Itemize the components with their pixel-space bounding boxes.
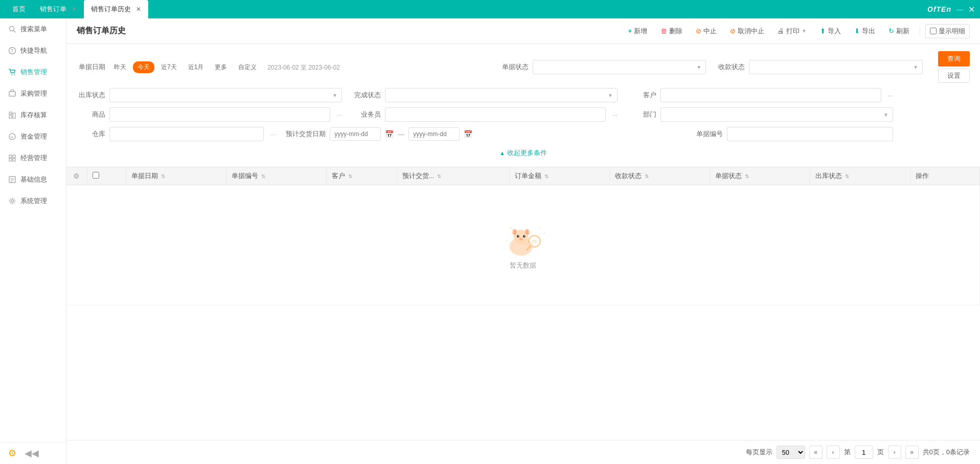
export-button[interactable]: ⬇ 导出 (849, 25, 880, 38)
tab-home[interactable]: 首页 (5, 0, 33, 18)
add-button[interactable]: + 新增 (623, 25, 653, 38)
print-icon: 🖨 (778, 27, 784, 35)
date-tag-7days[interactable]: 近7天 (156, 61, 181, 73)
delivery-col-header[interactable]: 预计交货... ⇅ (397, 167, 510, 185)
query-button[interactable]: 查询 (938, 51, 970, 67)
date-tag-yesterday[interactable]: 昨天 (109, 61, 131, 73)
print-button[interactable]: 🖨 打印 ▼ (772, 25, 812, 38)
svg-point-39 (539, 228, 540, 229)
department-arrow-icon: ▼ (883, 112, 888, 118)
close-sales-order-history-tab[interactable]: ✕ (136, 6, 141, 13)
toolbar: + 新增 🗑 删除 ⊘ 中止 ⊘ 取消中止 🖨 打印 (623, 24, 970, 38)
salesperson-input[interactable] (385, 107, 606, 122)
customer-dots-icon[interactable]: ··· (887, 92, 893, 99)
bill-no-col-header[interactable]: 单据编号 ⇅ (226, 167, 327, 185)
sidebar-item-quicknav-label: 快捷导航 (20, 46, 47, 55)
sidebar-item-purchase[interactable]: 采购管理 (0, 83, 66, 104)
bill-status-select[interactable]: ▼ (533, 60, 706, 74)
setup-button[interactable]: 设置 (938, 69, 970, 83)
top-bar-right: OfTEn — ✕ (927, 5, 975, 14)
sidebar-settings-icon[interactable]: ⚙ (8, 448, 16, 459)
pay-status-col-header[interactable]: 收款状态 ⇅ (610, 167, 710, 185)
out-status-select[interactable]: ▼ (109, 88, 342, 102)
select-all-checkbox[interactable] (93, 172, 99, 179)
print-arrow-icon: ▼ (802, 28, 807, 34)
sidebar: 搜索菜单 快捷导航 销售管理 采购管理 库存核算 (0, 18, 66, 464)
warehouse-input[interactable] (109, 127, 264, 141)
cancel-stop-button[interactable]: ⊘ 取消中止 (725, 25, 769, 38)
last-page-button[interactable]: » (905, 446, 919, 459)
refresh-button[interactable]: ↻ 刷新 (883, 25, 915, 38)
product-input[interactable] (109, 107, 330, 122)
amount-col-header[interactable]: 订单金额 ⇅ (510, 167, 610, 185)
sidebar-item-finance[interactable]: ¥ 资金管理 (0, 126, 66, 147)
customer-sort-icon: ⇅ (348, 173, 352, 179)
sidebar-item-basicinfo[interactable]: 基础信息 (0, 169, 66, 190)
import-button[interactable]: ⬆ 导入 (815, 25, 846, 38)
tab-sales-order[interactable]: 销售订单 ✕ (33, 0, 84, 18)
date-tag-1month[interactable]: 近1月 (184, 61, 209, 73)
page-header: 销售订单历史 + 新增 🗑 删除 ⊘ 中止 ⊘ 取消中止 (66, 18, 980, 44)
date-tag-custom[interactable]: 自定义 (234, 61, 261, 73)
calendar-start-icon[interactable]: 📅 (385, 130, 394, 138)
complete-status-select[interactable]: ▼ (385, 88, 618, 102)
minimize-icon[interactable]: — (956, 6, 963, 13)
cancel-stop-icon: ⊘ (730, 27, 736, 35)
bill-status-col-header[interactable]: 单据状态 ⇅ (710, 167, 810, 185)
next-page-button[interactable]: › (888, 446, 901, 459)
delivery-date-start-input[interactable] (330, 127, 381, 141)
page-size-select[interactable]: 50 10 20 100 (777, 446, 805, 459)
sidebar-bottom: ⚙ ◀◀ (0, 442, 66, 464)
show-detail-input[interactable] (930, 28, 937, 34)
empty-text: 暂无数据 (510, 261, 536, 270)
table-settings-icon[interactable]: ⚙ (73, 172, 80, 180)
first-page-button[interactable]: « (809, 446, 823, 459)
close-icon[interactable]: ✕ (968, 5, 975, 14)
collapse-button[interactable]: ▲ 收起更多条件 (499, 146, 547, 160)
page-number-input[interactable] (855, 446, 873, 459)
salesperson-dots-icon[interactable]: ··· (612, 111, 618, 119)
svg-point-25 (513, 230, 516, 235)
top-bar: 首页 销售订单 ✕ 销售订单历史 ✕ OfTEn — ✕ (0, 0, 980, 18)
sidebar-item-system-label: 系统管理 (20, 196, 47, 206)
bill-no-input[interactable] (727, 127, 893, 141)
sidebar-item-operations-label: 经营管理 (20, 153, 47, 163)
department-select[interactable]: ▼ (660, 107, 893, 122)
warehouse-dots-icon[interactable]: ··· (270, 130, 276, 138)
sidebar-item-search-label: 搜索菜单 (20, 25, 47, 34)
svg-point-31 (524, 235, 525, 236)
bill-date-col-header[interactable]: 单据日期 ⇅ (126, 167, 226, 185)
date-tag-more[interactable]: 更多 (210, 61, 232, 73)
close-sales-order-tab[interactable]: ✕ (72, 6, 77, 13)
bill-date-sort-icon: ⇅ (161, 173, 165, 179)
tab-sales-order-history[interactable]: 销售订单历史 ✕ (84, 0, 148, 18)
calendar-end-icon[interactable]: 📅 (464, 130, 472, 138)
svg-point-21 (11, 200, 14, 203)
sidebar-item-quicknav[interactable]: 快捷导航 (0, 40, 66, 61)
date-tag-today[interactable]: 今天 (133, 61, 154, 73)
product-dots-icon[interactable]: ··· (336, 111, 342, 119)
sidebar-item-system[interactable]: 系统管理 (0, 190, 66, 212)
svg-marker-3 (12, 48, 13, 51)
show-detail-label: 显示明细 (939, 27, 965, 36)
out-status-col-header[interactable]: 出库状态 ⇅ (810, 167, 910, 185)
sidebar-collapse-icon[interactable]: ◀◀ (25, 448, 39, 459)
stop-button[interactable]: ⊘ 中止 (691, 25, 722, 38)
customer-col-header[interactable]: 客户 ⇅ (327, 167, 397, 185)
delete-button[interactable]: 🗑 删除 (655, 25, 688, 38)
warehouse-label: 仓库 (77, 129, 105, 139)
svg-point-5 (11, 74, 12, 75)
prev-page-button[interactable]: ‹ (827, 446, 840, 459)
sidebar-item-sales[interactable]: 销售管理 (0, 61, 66, 83)
sidebar-item-search[interactable]: 搜索菜单 (0, 18, 66, 40)
customer-input[interactable] (660, 88, 881, 102)
pay-status-select[interactable]: ▼ (749, 60, 923, 74)
sidebar-item-inventory[interactable]: 库存核算 (0, 104, 66, 126)
filter-bill-no: 单据编号 (694, 127, 893, 141)
delivery-date-end-input[interactable] (408, 127, 460, 141)
sidebar-item-operations[interactable]: 经营管理 (0, 147, 66, 169)
filter-department: 部门 ▼ (628, 107, 893, 122)
show-detail-checkbox[interactable]: 显示明细 (925, 24, 970, 38)
top-tabs: 首页 销售订单 ✕ 销售订单历史 ✕ (5, 0, 148, 18)
svg-rect-9 (13, 113, 15, 118)
